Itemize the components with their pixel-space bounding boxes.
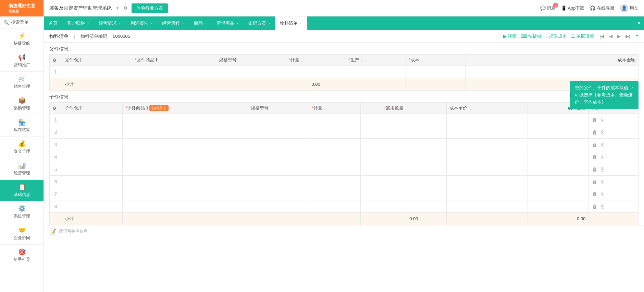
child-unit-price-1[interactable] [446,114,507,126]
child-spec-5[interactable] [248,163,309,176]
copy-row-7[interactable]: ⎘ [601,191,604,197]
child-unit-8[interactable] [309,200,360,213]
child-warehouse-2[interactable] [62,126,123,139]
child-unit-price-3[interactable] [446,139,507,151]
tab-barcode-close[interactable]: × [268,21,270,25]
user-menu[interactable]: 👤 用友 [620,4,639,12]
tab-history-close[interactable]: × [182,21,184,25]
child-unit-price-4[interactable] [446,151,507,163]
copy-row-1[interactable]: ⎘ [601,117,604,123]
scan-input-button[interactable]: 扫码录入 [149,105,169,111]
messages-button[interactable]: 💬 消息 6 [540,5,556,11]
child-qty-8[interactable] [381,200,446,213]
child-product-1[interactable] [123,114,248,126]
tab-profit-close[interactable]: × [150,21,152,25]
child-warehouse-5[interactable] [62,163,123,176]
child-unit-price-5[interactable] [446,163,507,176]
tab-goods[interactable]: 商品 × [189,16,212,30]
tab-customer[interactable]: 客户联络 × [62,16,94,30]
child-product-2[interactable] [123,126,248,139]
delete-row-8[interactable]: 🗑 [592,203,597,209]
next-button[interactable]: ▶ [616,33,622,39]
child-unit-price-8[interactable] [446,200,507,213]
copy-row-4[interactable]: ⎘ [601,154,604,160]
sidebar-item-purchase[interactable]: 📦 采购管理 [0,93,44,115]
child-unit-3[interactable] [309,139,360,151]
tab-operations-close[interactable]: × [119,21,121,25]
sidebar-item-collab[interactable]: 🤝 企业协同 [0,223,44,245]
grid-view-icon[interactable]: ≡ [636,34,639,39]
video-action[interactable]: ▶ 视频 [503,33,517,39]
child-warehouse-1[interactable] [62,114,123,126]
child-col-settings[interactable]: ⚙ [50,103,62,114]
sidebar-item-sales[interactable]: 🛒 销售管理 [0,72,44,93]
tooltip-close-button[interactable]: × [631,84,634,92]
parent-production-1[interactable] [346,66,406,78]
child-qty-5[interactable] [381,163,446,176]
tab-bom[interactable]: 物料清单 × [275,16,307,30]
child-product-5[interactable] [123,163,248,176]
child-product-4[interactable] [123,151,248,163]
app-download-button[interactable]: 📱 App下载 [561,5,584,11]
delete-row-7[interactable]: 🗑 [592,191,597,197]
child-warehouse-6[interactable] [62,176,123,188]
child-qty-1[interactable] [381,114,446,126]
parent-cost-1[interactable] [406,66,466,78]
delete-row-5[interactable]: 🗑 [592,166,597,172]
tab-bom-close[interactable]: × [300,21,302,25]
child-unit-price-7[interactable] [446,188,507,200]
extract-cost-action[interactable]: ↓ 提取成本 [546,33,567,39]
delete-row-1[interactable]: 🗑 [592,117,597,123]
copy-row-3[interactable]: ⎘ [601,142,604,148]
tab-goods-close[interactable]: × [205,21,207,25]
child-unit-2[interactable] [309,126,360,139]
sidebar-item-basic[interactable]: 📋 基础信息 [0,180,44,201]
child-unit-price-2[interactable] [446,126,507,139]
sidebar-item-system[interactable]: ⚙️ 系统管理 [0,201,44,223]
sidebar-item-newbie[interactable]: 🎯 新手引导 [0,245,44,266]
sidebar-item-search[interactable]: 🔍 搜索菜单 [0,16,44,28]
child-product-3[interactable] [123,139,248,151]
settings-icon[interactable]: ⚙ [123,5,127,11]
parent-warehouse-1[interactable] [62,66,132,78]
sidebar-item-quicknav[interactable]: ⚡ 快捷导航 [0,28,44,50]
tab-home[interactable]: 首页 [44,16,62,30]
child-unit-6[interactable] [309,176,360,188]
child-qty-7[interactable] [381,188,446,200]
child-warehouse-8[interactable] [62,200,123,213]
child-qty-2[interactable] [381,126,446,139]
tab-barcode[interactable]: 条码方案 × [244,16,275,30]
single-settings-action[interactable]: ☰ 单据设置 [571,33,594,39]
parent-product-1[interactable] [132,66,216,78]
child-product-6[interactable] [123,176,248,188]
child-unit-1[interactable] [309,114,360,126]
shortcut-action[interactable]: ⌨ 快捷键 [521,33,542,39]
child-unit-4[interactable] [309,151,360,163]
child-spec-2[interactable] [248,126,309,139]
delete-row-2[interactable]: 🗑 [592,129,597,135]
parent-col-settings[interactable]: ⚙ [50,55,62,66]
copy-row-8[interactable]: ⎘ [601,203,604,209]
prev-first-button[interactable]: |◀ [598,33,606,39]
child-spec-1[interactable] [248,114,309,126]
tab-profit[interactable]: 利润报告 × [126,16,157,30]
child-warehouse-7[interactable] [62,188,123,200]
sidebar-item-finance[interactable]: 💰 资金管理 [0,137,44,158]
child-spec-7[interactable] [248,188,309,200]
child-unit-price-6[interactable] [446,176,507,188]
delete-row-4[interactable]: 🗑 [592,154,597,160]
parent-unit-1[interactable] [286,66,346,78]
trial-button[interactable]: 体验行业方案 [132,3,168,13]
sidebar-item-operations[interactable]: 📊 经营管理 [0,158,44,180]
child-qty-4[interactable] [381,151,446,163]
child-unit-5[interactable] [309,163,360,176]
parent-spec-1[interactable] [216,66,286,78]
tab-customer-close[interactable]: × [87,21,89,25]
child-product-8[interactable] [123,200,248,213]
delete-row-6[interactable]: 🗑 [592,179,597,185]
online-service-button[interactable]: 🎧 在线客服 [590,5,615,11]
child-spec-6[interactable] [248,176,309,188]
sidebar-item-marketing[interactable]: 📢 营销推广 [0,50,44,72]
delete-row-3[interactable]: 🗑 [592,142,597,148]
child-spec-3[interactable] [248,139,309,151]
